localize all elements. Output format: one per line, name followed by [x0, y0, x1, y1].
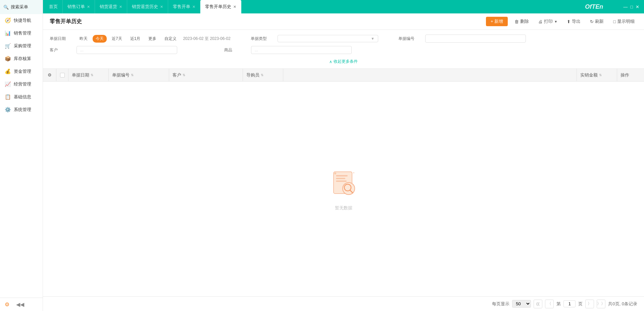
sidebar-item-label: 基础信息	[14, 94, 31, 100]
refresh-label: 刷新	[595, 18, 604, 24]
window-min-btn[interactable]: —	[623, 4, 628, 9]
sidebar-item-purchase-mgmt[interactable]: 🛒 采购管理	[0, 40, 43, 52]
order-type-select[interactable]: ▼	[278, 35, 378, 42]
th-customer-sort: ⇅	[183, 73, 185, 77]
refresh-button[interactable]: ↻ 刷新	[587, 17, 606, 26]
window-controls: — □ ✕	[623, 4, 643, 9]
date-buttons: 昨天 今天 近7天 近1月 更多 自定义 2023-06-02 至 2023-0…	[77, 35, 231, 43]
tab-sales-return[interactable]: 销货退货 ✕	[95, 0, 127, 13]
tab-sales-return-history-label: 销货退货历史	[132, 4, 158, 10]
table-body: 暂无数据	[43, 82, 644, 296]
goods-placeholder: ...	[255, 48, 258, 52]
sidebar-item-finance[interactable]: 💰 资金管理	[0, 65, 43, 78]
order-no-input[interactable]	[425, 35, 526, 43]
add-button-label: + 新增	[491, 18, 503, 24]
page-last-btn[interactable]: 〉〉	[597, 300, 605, 308]
delete-button[interactable]: 🗑 删除	[512, 17, 532, 26]
order-type-dropdown-icon: ▼	[371, 37, 375, 41]
page-header: 零售开单历史 + 新增 🗑 删除 🖨 打印 ▼ ⬆ 导出 ↻ 刷新	[43, 13, 644, 30]
th-date[interactable]: 单据日期 ⇅	[68, 69, 109, 81]
tab-sales-order[interactable]: 销售订单 ✕	[63, 0, 95, 13]
th-check[interactable]	[56, 69, 68, 81]
refresh-icon: ↻	[590, 19, 594, 24]
th-guide[interactable]: 导购员 ⇅	[243, 69, 283, 81]
export-button[interactable]: ⬆ 导出	[564, 17, 583, 26]
export-icon: ⬆	[567, 19, 571, 24]
tab-sales-return-history-close[interactable]: ✕	[160, 5, 163, 9]
th-customer[interactable]: 客户 ⇅	[169, 69, 243, 81]
date-btn-more[interactable]: 更多	[145, 35, 159, 43]
page-prev-btn[interactable]: 〈	[545, 300, 554, 308]
th-order-no[interactable]: 单据编号 ⇅	[109, 69, 169, 81]
sidebar-item-operations[interactable]: 📈 经营管理	[0, 78, 43, 91]
select-all-checkbox[interactable]	[60, 73, 65, 77]
print-button[interactable]: 🖨 打印 ▼	[536, 17, 560, 26]
tab-retail-history[interactable]: 零售开单历史 ✕	[200, 0, 241, 13]
page-next-btn[interactable]: 〉	[585, 300, 594, 308]
tab-sales-order-close[interactable]: ✕	[87, 5, 90, 9]
th-amount-sort: ⇅	[599, 73, 602, 77]
tab-sales-return-history[interactable]: 销货退货历史 ✕	[127, 0, 168, 13]
th-amount-label: 实销金额	[580, 72, 598, 78]
tab-sales-return-label: 销货退货	[100, 4, 117, 10]
sidebar-item-label: 经营管理	[14, 81, 31, 87]
date-btn-custom[interactable]: 自定义	[161, 35, 180, 43]
date-btn-7days[interactable]: 近7天	[109, 35, 125, 43]
table-header: ⚙ 单据日期 ⇅ 单据编号 ⇅ 客户 ⇅ 导购员 ⇅ 实	[43, 69, 644, 82]
per-page-select[interactable]: 50 20 100	[512, 300, 531, 308]
tab-sales-return-close[interactable]: ✕	[119, 5, 122, 9]
display-detail-button[interactable]: □ 显示明细	[610, 17, 637, 26]
collapse-icon: ∧	[329, 59, 332, 64]
th-customer-label: 客户	[172, 72, 181, 78]
date-btn-today[interactable]: 今天	[93, 35, 107, 43]
page-title: 零售开单历史	[50, 18, 82, 25]
th-amount[interactable]: 实销金额 ⇅	[577, 69, 617, 81]
date-label: 单据日期	[50, 36, 70, 42]
sidebar-item-basic-info[interactable]: 📋 基础信息	[0, 91, 43, 103]
sidebar-search-label: 搜索采单	[11, 4, 28, 10]
date-range-display: 2023-06-02 至 2023-06-02	[183, 36, 230, 42]
page-number-input[interactable]	[563, 300, 576, 307]
sidebar-item-sys-mgmt[interactable]: ⚙️ 系统管理	[0, 103, 43, 116]
sidebar-item-quick-nav[interactable]: 🧭 快捷导航	[0, 14, 43, 27]
page-unit: 页	[578, 301, 583, 307]
date-btn-yesterday[interactable]: 昨天	[77, 35, 91, 43]
toolbar: + 新增 🗑 删除 🖨 打印 ▼ ⬆ 导出 ↻ 刷新 □ 显示明细	[486, 17, 637, 26]
sidebar-item-inventory[interactable]: 📦 库存核算	[0, 52, 43, 65]
tab-home-label: 首页	[49, 4, 58, 10]
page-first-btn[interactable]: ⟨⟨	[534, 300, 542, 308]
collapse-sidebar-icon[interactable]: ◀◀	[16, 301, 24, 308]
main-content: 首页 销售订单 ✕ 销货退货 ✕ 销货退货历史 ✕ 零售开单 ✕ 零售开单历史 …	[43, 0, 644, 311]
sidebar-item-label: 采购管理	[14, 43, 31, 49]
tab-retail-history-close[interactable]: ✕	[233, 5, 236, 9]
sidebar-footer: ⚙ ◀◀	[0, 298, 43, 311]
collapse-conditions[interactable]: ∧ 收起更多条件	[50, 57, 637, 66]
th-action: 操作	[617, 69, 644, 81]
sidebar-search[interactable]: 🔍 搜索采单	[0, 0, 43, 14]
sidebar-item-sales-mgmt[interactable]: 📊 销售管理	[0, 27, 43, 40]
sidebar-menu: 🧭 快捷导航 📊 销售管理 🛒 采购管理 📦 库存核算 💰 资金管理 📈 经营管…	[0, 14, 43, 298]
tab-home[interactable]: 首页	[44, 0, 63, 13]
window-max-btn[interactable]: □	[630, 4, 633, 9]
sys-icon: ⚙️	[5, 107, 11, 113]
th-settings[interactable]: ⚙	[43, 69, 56, 81]
order-no-label: 单据编号	[398, 36, 418, 42]
delete-icon: 🗑	[514, 19, 519, 24]
inventory-icon: 📦	[5, 56, 11, 62]
pagination: 每页显示 50 20 100 ⟨⟨ 〈 第 页 〉 〉〉 共0页, 0条记录	[43, 296, 644, 311]
tab-retail-open[interactable]: 零售开单 ✕	[168, 0, 200, 13]
page-total: 共0页, 0条记录	[608, 301, 637, 307]
sidebar-item-label: 销售管理	[14, 30, 31, 36]
add-button[interactable]: + 新增	[486, 17, 508, 26]
window-close-btn[interactable]: ✕	[636, 4, 639, 9]
settings-footer-icon[interactable]: ⚙	[5, 301, 9, 308]
date-btn-1month[interactable]: 近1月	[127, 35, 144, 43]
customer-placeholder: ...	[80, 48, 84, 52]
order-type-label: 单据类型	[251, 36, 271, 42]
per-page-label: 每页显示	[492, 301, 509, 307]
goods-input[interactable]: ...	[251, 46, 352, 54]
sales-icon: 📊	[5, 30, 11, 36]
print-dropdown-icon: ▼	[554, 20, 557, 23]
customer-input[interactable]: ...	[77, 46, 177, 54]
tab-retail-open-close[interactable]: ✕	[192, 5, 195, 9]
